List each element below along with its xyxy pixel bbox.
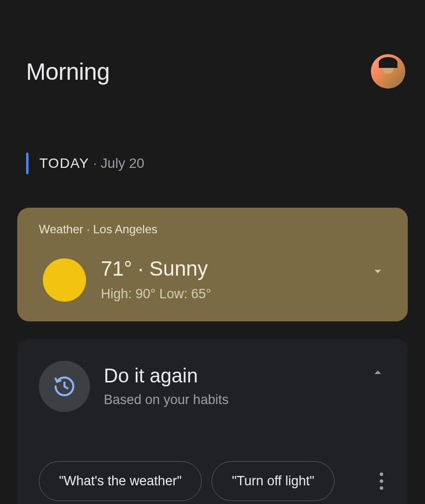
date-section: TODAY · July 20 (17, 153, 408, 174)
habits-text: Do it again Based on your habits (104, 366, 388, 408)
header: Morning (17, 0, 408, 89)
more-options-icon[interactable] (375, 468, 388, 495)
suggestion-chip-light[interactable]: "Turn off light" (212, 461, 334, 501)
history-icon (39, 361, 90, 412)
habits-header[interactable]: Do it again Based on your habits (39, 361, 388, 412)
date-accent-bar (26, 153, 29, 174)
weather-temp-condition: 71° · Sunny (101, 258, 388, 279)
suggestion-chip-weather[interactable]: "What's the weather" (39, 461, 202, 501)
weather-card[interactable]: Weather · Los Angeles 71° · Sunny High: … (17, 208, 408, 321)
sun-icon (43, 258, 86, 302)
profile-avatar[interactable] (371, 54, 405, 89)
date-value: July 20 (101, 156, 145, 171)
chevron-up-icon[interactable] (370, 365, 386, 382)
habits-card: Do it again Based on your habits "What's… (17, 339, 408, 504)
habits-title: Do it again (104, 366, 388, 385)
suggestions-row: "What's the weather" "Turn off light" (39, 461, 388, 501)
habits-subtitle: Based on your habits (104, 392, 388, 408)
weather-text: 71° · Sunny High: 90° Low: 65° (101, 258, 388, 302)
weather-card-label: Weather · Los Angeles (39, 222, 388, 236)
date-separator: · (93, 156, 96, 171)
weather-high-low: High: 90° Low: 65° (101, 286, 388, 302)
chevron-down-icon[interactable] (370, 263, 386, 281)
weather-body: 71° · Sunny High: 90° Low: 65° (39, 258, 388, 302)
date-today-label: TODAY (39, 156, 89, 171)
greeting-title: Morning (26, 58, 110, 85)
